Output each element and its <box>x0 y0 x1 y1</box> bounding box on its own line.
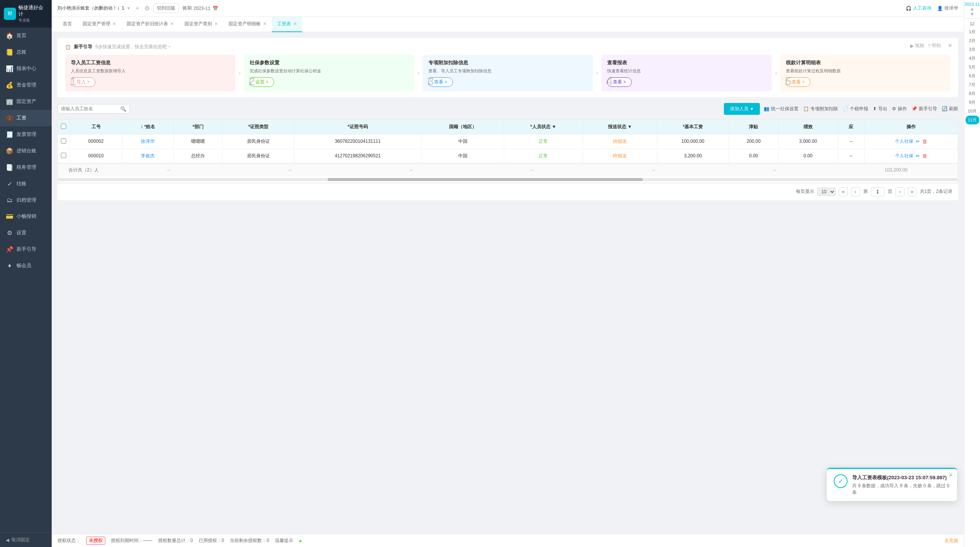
action-cell-0: 个人社保 ✏ 🗑 <box>868 138 955 145</box>
tax-label: 税务管理 <box>16 164 36 171</box>
sidebar-item-payroll[interactable]: 💼 工资 <box>0 110 52 126</box>
tab-home[interactable]: 首页 <box>57 17 77 32</box>
warning-icon: ● <box>299 538 302 544</box>
cal-month-1[interactable]: 1月 <box>965 28 979 36</box>
tab-payroll-table[interactable]: 工资表✕ <box>272 17 302 32</box>
cal-month-6[interactable]: 6月 <box>965 72 979 80</box>
settings-icon[interactable]: ⚙ <box>144 5 150 12</box>
sidebar-item-home[interactable]: 🏠 首页 <box>0 28 52 44</box>
toolbar-action-tax-report[interactable]: 📄 个税申报 <box>843 106 868 112</box>
cal-month-9[interactable]: 9月 <box>965 98 979 107</box>
account-selector[interactable]: 刘小艳演示账套（勿删勿动！）1 ▼ <box>57 5 131 11</box>
per-page-select[interactable]: 10 20 50 <box>817 188 836 196</box>
cal-month-0[interactable]: 12 <box>965 20 979 28</box>
action-edit-1[interactable]: ✏ <box>916 153 920 159</box>
toolbar-action-refresh[interactable]: 🔄 刷新 <box>942 106 958 112</box>
row-name-1[interactable]: 李俊杰 <box>122 149 173 163</box>
add-employee-button[interactable]: 添加人员 ▼ <box>724 103 760 115</box>
toast-close-button[interactable]: ✕ <box>949 472 953 478</box>
row-name-0[interactable]: 徐泽华 <box>122 134 173 149</box>
tab-fixed-detail[interactable]: 固定资产明细账✕ <box>223 17 272 32</box>
app-logo: 财 畅捷通好会计 专业版 <box>0 0 52 28</box>
action-delete-1[interactable]: 🗑 <box>922 153 927 159</box>
wizard-close-button[interactable]: ✕ <box>948 42 952 49</box>
last-page-button[interactable]: » <box>908 187 917 196</box>
table-scrollbar[interactable] <box>58 178 958 181</box>
user-profile-button[interactable]: 👤 徐泽华 <box>937 5 958 11</box>
first-page-button[interactable]: « <box>839 187 848 196</box>
sidebar-item-ledger[interactable]: 📒 总账 <box>0 44 52 60</box>
toolbar-action-wizard[interactable]: 📌 新手引导 <box>911 106 937 112</box>
row-checkbox-1[interactable] <box>58 149 70 163</box>
sidebar-item-expense[interactable]: 💳 小畅报销 <box>0 208 52 225</box>
sidebar-item-invoices[interactable]: 🧾 发票管理 <box>0 126 52 143</box>
period-selector[interactable]: 账期 2023-11 📅 <box>183 5 218 11</box>
help-icon: ? <box>928 43 931 49</box>
sidebar-item-reports[interactable]: 📊 报表中心 <box>0 60 52 77</box>
tab-close-fixed-assets[interactable]: ✕ <box>113 21 116 26</box>
tab-close-fixed-detail[interactable]: ✕ <box>263 21 266 26</box>
row-checkbox-0[interactable] <box>58 134 70 149</box>
tab-close-fixed-category[interactable]: ✕ <box>214 21 218 26</box>
cal-up-button[interactable]: ▲ <box>970 7 975 11</box>
payroll-label: 工资 <box>16 114 26 121</box>
cancel-pin-button[interactable]: ◀ 取消固定 <box>0 532 52 547</box>
row-should-pay-1: -- <box>838 149 864 163</box>
tab-fixed-category[interactable]: 固定资产类别✕ <box>179 17 223 32</box>
action-social-1[interactable]: 个人社保 <box>895 153 913 159</box>
tab-close-fixed-depreciation[interactable]: ✕ <box>170 21 174 26</box>
sidebar-item-inventory[interactable]: 📦 进销台账 <box>0 143 52 159</box>
ai-service-button[interactable]: 🎧 人工咨询 <box>906 5 931 11</box>
cal-down-button[interactable]: ▼ <box>970 12 975 16</box>
tab-fixed-depreciation[interactable]: 固定资产折旧统计表✕ <box>121 17 179 32</box>
toast-title: 导入工资表模板(2023-03-23 15:07:59.897) <box>852 474 950 481</box>
tab-close-payroll-table[interactable]: ✕ <box>293 21 297 26</box>
recharge-button[interactable]: 去充值 <box>944 537 958 544</box>
cal-month-11[interactable]: 11月 <box>965 116 979 124</box>
refresh-label: 刷新 <box>949 106 958 112</box>
toolbar-action-operation[interactable]: ⚙ 操作 <box>892 106 907 112</box>
table-row: 000010 李俊杰 总经办 居民身份证 412702198206290521 … <box>58 149 958 163</box>
sidebar-item-guide[interactable]: 📌 新手引导 <box>0 241 52 258</box>
add-account-button[interactable]: ＋ <box>134 4 140 12</box>
video-icon: ▶ <box>910 43 914 49</box>
toolbar-action-export[interactable]: ⬆ 导出 <box>873 106 887 112</box>
row-select-0[interactable] <box>61 138 66 144</box>
cal-month-10[interactable]: 10月 <box>965 107 979 116</box>
sidebar-item-archive[interactable]: 🗂 归档管理 <box>0 192 52 208</box>
wizard-help-link[interactable]: ? 帮助 <box>928 42 941 49</box>
sidebar-item-tax[interactable]: 📑 税务管理 <box>0 159 52 176</box>
row-nationality-1: 中国 <box>421 149 504 163</box>
cal-month-8[interactable]: 8月 <box>965 89 979 98</box>
sidebar-item-settings[interactable]: ⚙ 设置 <box>0 225 52 241</box>
action-delete-0[interactable]: 🗑 <box>922 139 927 144</box>
row-id-no-1: 412702198206290521 <box>294 149 421 163</box>
row-select-1[interactable] <box>61 153 66 158</box>
cal-month-3[interactable]: 3月 <box>965 45 979 54</box>
next-page-button[interactable]: › <box>895 187 905 196</box>
search-input[interactable] <box>61 106 118 111</box>
action-social-0[interactable]: 个人社保 <box>895 138 913 145</box>
wizard-step-desc-1: 人员信息及工资数据新增导入 <box>71 68 230 74</box>
cal-month-7[interactable]: 7月 <box>965 80 979 89</box>
select-all-checkbox[interactable] <box>61 124 66 129</box>
toolbar-action-social-security[interactable]: 👥 统一社保设置 <box>764 106 799 112</box>
cal-month-4[interactable]: 4月 <box>965 54 979 63</box>
sidebar-item-close[interactable]: ✓ 结账 <box>0 176 52 192</box>
funds-label: 资金管理 <box>16 82 36 88</box>
toolbar-action-deduction[interactable]: 📋 专项附加扣除 <box>803 106 838 112</box>
page-number-input[interactable] <box>871 187 885 196</box>
sidebar-item-member[interactable]: ♦ 畅会员 <box>0 258 52 274</box>
wizard-step-num-4: 4 <box>606 74 613 88</box>
prev-page-button[interactable]: ‹ <box>851 187 860 196</box>
toast-desc: 共 9 条数据，成功导入 9 条，失败 0 条，跳过 0 条 <box>852 483 950 496</box>
tab-fixed-assets[interactable]: 固定资产管理✕ <box>77 17 121 32</box>
social-security-label: 统一社保设置 <box>771 106 799 112</box>
cal-month-5[interactable]: 5月 <box>965 63 979 72</box>
action-edit-0[interactable]: ✏ <box>916 139 920 144</box>
wizard-video-link[interactable]: ▶ 视频 <box>910 42 924 49</box>
cal-month-2[interactable]: 2月 <box>965 36 979 45</box>
sidebar-item-fixed[interactable]: 🏢 固定资产 <box>0 93 52 110</box>
version-toggle-button[interactable]: 切到旧版 <box>154 3 179 13</box>
sidebar-item-funds[interactable]: 💰 资金管理 <box>0 77 52 93</box>
